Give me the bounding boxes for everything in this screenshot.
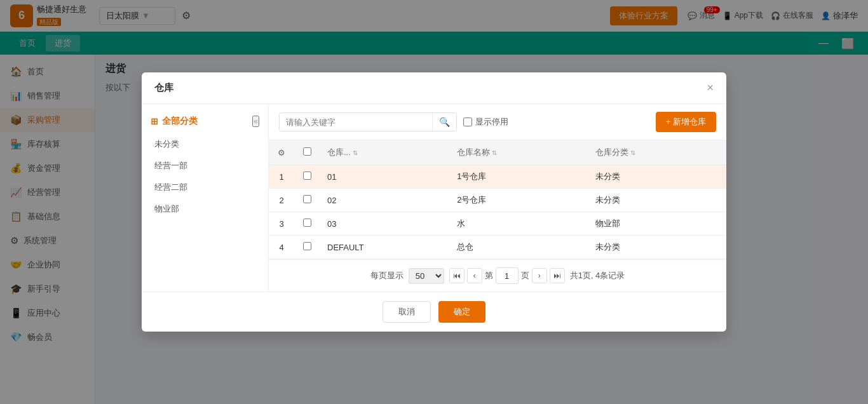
row-no: 4 <box>269 236 294 259</box>
all-category-btn[interactable]: ⊞ 全部分类 <box>151 116 198 127</box>
th-check <box>294 140 320 165</box>
warehouse-table-container: ⚙ 仓库...⇅ 仓库名称⇅ 仓库分类⇅ 1 <box>269 140 726 259</box>
modal-body: ⊞ 全部分类 « 未分类 经营一部 经营二部 物业部 🔍 <box>142 104 726 292</box>
warehouse-table: ⚙ 仓库...⇅ 仓库名称⇅ 仓库分类⇅ 1 <box>269 140 726 259</box>
per-page-label: 每页显示 <box>370 270 403 281</box>
search-box: 🔍 <box>279 112 457 131</box>
show-disabled-label: 显示停用 <box>475 116 508 128</box>
per-page-select[interactable]: 50 20 100 <box>409 268 444 284</box>
total-info: 共1页, 4条记录 <box>570 270 625 281</box>
pagination: 每页显示 50 20 100 ⏮ ‹ 第 页 › ⏭ <box>269 259 726 292</box>
th-code[interactable]: 仓库...⇅ <box>320 140 449 165</box>
disabled-checkbox[interactable] <box>463 118 472 126</box>
row-name: 水 <box>449 212 588 236</box>
search-btn[interactable]: 🔍 <box>432 113 456 131</box>
row-checkbox[interactable] <box>303 219 311 227</box>
right-panel-toolbar: 🔍 显示停用 + 新增仓库 <box>269 104 726 140</box>
th-gear[interactable]: ⚙ <box>269 140 294 165</box>
grid-icon: ⊞ <box>151 116 158 126</box>
table-row[interactable]: 4 DEFAULT 总仓 未分类 <box>269 236 726 259</box>
row-no: 2 <box>269 189 294 212</box>
category-item-unclassified[interactable]: 未分类 <box>142 133 268 155</box>
table-row[interactable]: 3 03 水 物业部 <box>269 212 726 236</box>
collapse-btn[interactable]: « <box>252 116 259 127</box>
th-name[interactable]: 仓库名称⇅ <box>449 140 588 165</box>
page-label: 第 <box>485 270 493 281</box>
th-category[interactable]: 仓库分类⇅ <box>588 140 726 165</box>
modal-overlay: 仓库 × ⊞ 全部分类 « 未分类 经营一部 经营二部 物业部 <box>0 0 868 404</box>
next-page-btn[interactable]: › <box>532 268 547 283</box>
row-category: 未分类 <box>588 189 726 212</box>
row-checkbox[interactable] <box>303 172 311 180</box>
category-panel: ⊞ 全部分类 « 未分类 经营一部 经营二部 物业部 <box>142 104 269 292</box>
row-category: 未分类 <box>588 165 726 189</box>
category-item-op2[interactable]: 经营二部 <box>142 177 268 198</box>
page-input[interactable] <box>496 267 519 284</box>
select-all-checkbox[interactable] <box>303 147 311 156</box>
row-category: 未分类 <box>588 236 726 259</box>
prev-page-btn[interactable]: ‹ <box>467 268 482 283</box>
right-panel: 🔍 显示停用 + 新增仓库 ⚙ <box>269 104 726 292</box>
modal-footer: 取消 确定 <box>142 292 726 332</box>
row-no: 3 <box>269 212 294 236</box>
table-row[interactable]: 1 01 1号仓库 未分类 <box>269 165 726 189</box>
last-page-btn[interactable]: ⏭ <box>550 268 565 283</box>
first-page-btn[interactable]: ⏮ <box>449 268 465 283</box>
table-row[interactable]: 2 02 2号仓库 未分类 <box>269 189 726 212</box>
warehouse-modal: 仓库 × ⊞ 全部分类 « 未分类 经营一部 经营二部 物业部 <box>142 72 726 332</box>
row-code: DEFAULT <box>320 236 449 259</box>
row-checkbox[interactable] <box>303 195 311 203</box>
show-disabled-check[interactable]: 显示停用 <box>463 116 508 128</box>
add-warehouse-btn[interactable]: + 新增仓库 <box>656 112 716 132</box>
page-suffix: 页 <box>521 270 529 281</box>
row-code: 03 <box>320 212 449 236</box>
all-category-label: 全部分类 <box>162 116 198 127</box>
confirm-btn[interactable]: 确定 <box>438 301 485 323</box>
row-code: 02 <box>320 189 449 212</box>
category-item-property[interactable]: 物业部 <box>142 198 268 220</box>
modal-close-btn[interactable]: × <box>707 81 714 95</box>
search-input[interactable] <box>280 114 432 131</box>
modal-title: 仓库 <box>154 82 173 94</box>
row-name: 2号仓库 <box>449 189 588 212</box>
row-name: 1号仓库 <box>449 165 588 189</box>
modal-header: 仓库 × <box>142 72 726 104</box>
row-name: 总仓 <box>449 236 588 259</box>
row-checkbox[interactable] <box>303 242 311 250</box>
row-category: 物业部 <box>588 212 726 236</box>
cancel-btn[interactable]: 取消 <box>383 301 431 323</box>
category-item-op1[interactable]: 经营一部 <box>142 155 268 177</box>
row-code: 01 <box>320 165 449 189</box>
row-no: 1 <box>269 165 294 189</box>
